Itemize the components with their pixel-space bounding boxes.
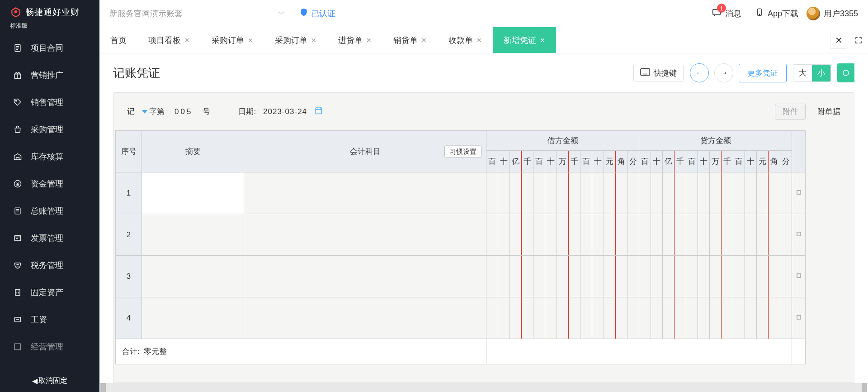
amount-digit-cell[interactable] bbox=[616, 256, 627, 297]
amount-digit-cell[interactable] bbox=[722, 256, 733, 297]
summary-cell[interactable] bbox=[142, 172, 244, 214]
amount-digit-cell[interactable] bbox=[569, 214, 580, 256]
amount-digit-cell[interactable] bbox=[522, 256, 533, 297]
unpin-button[interactable]: ◀取消固定 bbox=[0, 370, 99, 392]
amount-digit-cell[interactable] bbox=[722, 297, 733, 339]
amount-digit-cell[interactable] bbox=[710, 214, 722, 256]
amount-digit-cell[interactable] bbox=[651, 172, 663, 214]
amount-digit-cell[interactable] bbox=[733, 256, 745, 297]
sidebar-item-invoice[interactable]: 发票管理 bbox=[0, 225, 97, 252]
amount-digit-cell[interactable] bbox=[733, 172, 745, 214]
amount-digit-cell[interactable] bbox=[486, 297, 498, 339]
amount-digit-cell[interactable] bbox=[545, 172, 557, 214]
sidebar-item-salary[interactable]: 工资 bbox=[0, 306, 97, 333]
tab-4[interactable]: 进货单✕ bbox=[327, 27, 382, 53]
tab-7[interactable]: 新增凭证✕ bbox=[493, 27, 556, 53]
sidebar-item-contract[interactable]: 项目合同 bbox=[0, 34, 97, 62]
amount-digit-cell[interactable] bbox=[663, 297, 675, 339]
amount-digit-cell[interactable] bbox=[733, 214, 745, 256]
amount-digit-cell[interactable] bbox=[745, 297, 757, 339]
sidebar-item-assets[interactable]: 固定资产 bbox=[0, 279, 97, 306]
amount-digit-cell[interactable] bbox=[639, 256, 651, 297]
amount-digit-cell[interactable] bbox=[639, 297, 651, 339]
subject-cell[interactable] bbox=[244, 172, 486, 214]
tab-close-icon[interactable]: ✕ bbox=[248, 37, 253, 44]
tab-close-icon[interactable]: ✕ bbox=[366, 37, 372, 44]
amount-digit-cell[interactable] bbox=[675, 172, 686, 214]
amount-digit-cell[interactable] bbox=[663, 214, 675, 256]
amount-digit-cell[interactable] bbox=[698, 172, 710, 214]
amount-digit-cell[interactable] bbox=[592, 256, 604, 297]
row-action-cell[interactable] bbox=[792, 297, 806, 339]
amount-digit-cell[interactable] bbox=[569, 297, 580, 339]
amount-digit-cell[interactable] bbox=[710, 297, 722, 339]
amount-digit-cell[interactable] bbox=[757, 172, 769, 214]
amount-digit-cell[interactable] bbox=[686, 297, 698, 339]
amount-digit-cell[interactable] bbox=[498, 214, 510, 256]
amount-digit-cell[interactable] bbox=[686, 256, 698, 297]
date-value[interactable]: 2023-03-24 bbox=[263, 107, 307, 116]
tab-1[interactable]: 项目看板✕ bbox=[137, 27, 201, 53]
summary-cell[interactable] bbox=[142, 256, 244, 297]
amount-digit-cell[interactable] bbox=[545, 256, 557, 297]
amount-digit-cell[interactable] bbox=[533, 214, 545, 256]
sidebar-item-operation[interactable]: 经营管理 bbox=[0, 333, 97, 360]
user-avatar[interactable] bbox=[807, 7, 820, 20]
amount-digit-cell[interactable] bbox=[627, 256, 639, 297]
amount-digit-cell[interactable] bbox=[557, 297, 569, 339]
row-action-cell[interactable] bbox=[792, 214, 806, 256]
amount-digit-cell[interactable] bbox=[604, 297, 616, 339]
amount-digit-cell[interactable] bbox=[698, 214, 710, 256]
amount-digit-cell[interactable] bbox=[686, 172, 698, 214]
sidebar-item-ledger[interactable]: 总账管理 bbox=[0, 197, 97, 225]
amount-digit-cell[interactable] bbox=[651, 297, 663, 339]
habit-settings-button[interactable]: 习惯设置 bbox=[444, 145, 481, 158]
tab-close-icon[interactable]: ✕ bbox=[540, 37, 545, 44]
amount-digit-cell[interactable] bbox=[780, 214, 792, 256]
amount-digit-cell[interactable] bbox=[557, 256, 569, 297]
calendar-icon[interactable] bbox=[314, 106, 323, 117]
amount-digit-cell[interactable] bbox=[498, 256, 510, 297]
amount-digit-cell[interactable] bbox=[757, 214, 769, 256]
amount-digit-cell[interactable] bbox=[604, 172, 616, 214]
amount-digit-cell[interactable] bbox=[486, 214, 498, 256]
amount-digit-cell[interactable] bbox=[486, 256, 498, 297]
amount-digit-cell[interactable] bbox=[627, 297, 639, 339]
tab-6[interactable]: 收款单✕ bbox=[438, 27, 493, 53]
amount-digit-cell[interactable] bbox=[675, 256, 686, 297]
amount-digit-cell[interactable] bbox=[675, 214, 686, 256]
amount-digit-cell[interactable] bbox=[675, 297, 686, 339]
amount-digit-cell[interactable] bbox=[769, 214, 780, 256]
amount-digit-cell[interactable] bbox=[769, 256, 780, 297]
amount-digit-cell[interactable] bbox=[557, 172, 569, 214]
more-vouchers-button[interactable]: 更多凭证 bbox=[739, 64, 787, 82]
amount-digit-cell[interactable] bbox=[533, 256, 545, 297]
amount-digit-cell[interactable] bbox=[780, 256, 792, 297]
amount-digit-cell[interactable] bbox=[510, 172, 522, 214]
amount-digit-cell[interactable] bbox=[510, 256, 522, 297]
sidebar-item-marketing[interactable]: 营销推广 bbox=[0, 62, 97, 89]
amount-digit-cell[interactable] bbox=[533, 297, 545, 339]
amount-digit-cell[interactable] bbox=[639, 172, 651, 214]
amount-digit-cell[interactable] bbox=[769, 297, 780, 339]
amount-digit-cell[interactable] bbox=[569, 256, 580, 297]
voucher-number[interactable]: 005 bbox=[172, 106, 195, 117]
amount-digit-cell[interactable] bbox=[780, 172, 792, 214]
amount-digit-cell[interactable] bbox=[769, 172, 780, 214]
tab-close-icon[interactable]: ✕ bbox=[311, 37, 316, 44]
amount-digit-cell[interactable] bbox=[604, 256, 616, 297]
action-green-button[interactable] bbox=[837, 63, 854, 82]
sidebar-item-inventory[interactable]: 库存核算 bbox=[0, 143, 97, 170]
user-name[interactable]: 用户3355 bbox=[824, 8, 858, 19]
amount-digit-cell[interactable] bbox=[510, 214, 522, 256]
amount-digit-cell[interactable] bbox=[498, 172, 510, 214]
horizontal-scrollbar[interactable] bbox=[100, 383, 867, 392]
row-action-cell[interactable] bbox=[792, 256, 806, 297]
amount-digit-cell[interactable] bbox=[592, 214, 604, 256]
amount-digit-cell[interactable] bbox=[745, 214, 757, 256]
amount-digit-cell[interactable] bbox=[616, 214, 627, 256]
amount-digit-cell[interactable] bbox=[745, 172, 757, 214]
tab-5[interactable]: 销货单✕ bbox=[382, 27, 438, 53]
amount-digit-cell[interactable] bbox=[722, 172, 733, 214]
amount-digit-cell[interactable] bbox=[522, 172, 533, 214]
